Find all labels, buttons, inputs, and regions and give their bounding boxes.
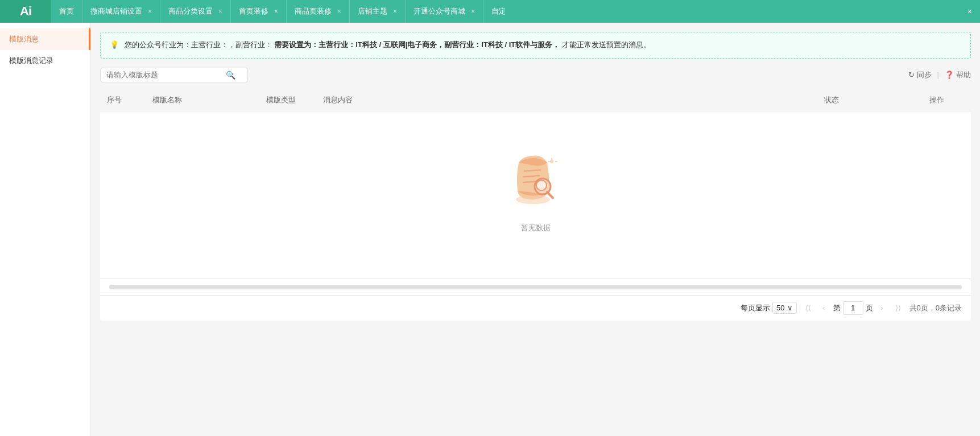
dropdown-arrow: ∨ [787, 304, 793, 312]
empty-illustration [502, 146, 570, 214]
top-nav: Ai 首页微商城店铺设置×商品分类设置×首页装修×商品页装修×店铺主题×开通公众… [0, 0, 980, 23]
nav-tab-3[interactable]: 首页装修× [231, 0, 287, 23]
nav-tab-label-4: 商品页装修 [295, 6, 332, 16]
bulb-icon: 💡 [110, 40, 119, 49]
search-input[interactable] [106, 70, 226, 79]
sync-button[interactable]: ↻ 同步 [908, 70, 932, 80]
logo: Ai [0, 0, 51, 23]
nav-tab-7[interactable]: 自定义菜单× [483, 0, 505, 23]
page-unit: 页 [866, 303, 873, 313]
svg-line-6 [547, 192, 553, 198]
page-size-select: 每页显示 50 ∨ [741, 302, 796, 314]
nav-tab-6[interactable]: 开通公众号商城× [406, 0, 483, 23]
nav-tab-label-7: 自定义菜单 [491, 6, 505, 16]
page-size-label: 每页显示 [741, 303, 770, 313]
pagination: 每页显示 50 ∨ ⟨⟨ ‹ 第 页 › ⟩⟩ [100, 295, 971, 321]
search-actions: ↻ 同步 | ❓ 帮助 [908, 70, 971, 80]
nav-tab-label-1: 微商城店铺设置 [90, 6, 142, 16]
page-nav: ⟨⟨ ‹ 第 页 › ⟩⟩ [801, 301, 905, 315]
nav-tab-label-0: 首页 [59, 6, 74, 16]
empty-state: 暂无数据 [100, 111, 971, 279]
nav-tab-close-3[interactable]: × [274, 7, 278, 15]
sidebar-item-0[interactable]: 模版消息 [0, 28, 90, 50]
first-page-button[interactable]: ⟨⟨ [801, 301, 815, 315]
fake-scrollbar[interactable] [109, 285, 962, 289]
nav-tab-1[interactable]: 微商城店铺设置× [82, 0, 160, 23]
scrollbar-row[interactable] [100, 279, 971, 295]
page-label: 第 [833, 303, 841, 313]
col-header-seq: 序号 [100, 89, 146, 111]
help-icon: ❓ [945, 70, 954, 79]
content-area: 💡 您的公众号行业为：主营行业：，副营行业： 需要设置为：主营行业：IT科技 /… [91, 23, 980, 436]
nav-tab-close-5[interactable]: × [393, 7, 397, 15]
divider: | [937, 70, 939, 79]
col-header-status: 状态 [817, 89, 903, 111]
col-header-name: 模版名称 [146, 89, 259, 111]
nav-tab-close-4[interactable]: × [337, 7, 341, 15]
nav-tab-label-3: 首页装修 [239, 6, 268, 16]
nav-tab-label-5: 店铺主题 [358, 6, 387, 16]
col-header-action: 操作 [903, 89, 971, 111]
sidebar-item-1[interactable]: 模版消息记录 [0, 50, 90, 72]
data-table: 序号 模版名称 模版类型 消息内容 状态 操作 [100, 89, 971, 321]
empty-text: 暂无数据 [521, 223, 551, 233]
sidebar: 模版消息模版消息记录 [0, 23, 91, 436]
search-input-wrap[interactable]: 🔍 [100, 68, 248, 82]
notice-banner: 💡 您的公众号行业为：主营行业：，副营行业： 需要设置为：主营行业：IT科技 /… [100, 32, 971, 59]
nav-tab-label-2: 商品分类设置 [168, 6, 213, 16]
page-size-value: 50 [776, 304, 784, 312]
page-size-dropdown[interactable]: 50 ∨ [772, 302, 796, 314]
sync-icon: ↻ [908, 70, 915, 79]
table-header: 序号 模版名称 模版类型 消息内容 状态 操作 [100, 89, 971, 111]
page-number-input[interactable] [843, 301, 863, 315]
nav-tab-close-2[interactable]: × [218, 7, 222, 15]
nav-tab-close-6[interactable]: × [471, 7, 475, 15]
col-header-type: 模版类型 [259, 89, 316, 111]
help-button[interactable]: ❓ 帮助 [945, 70, 971, 80]
nav-tab-0[interactable]: 首页 [51, 0, 82, 23]
close-all-button[interactable]: × [960, 7, 980, 16]
nav-tab-5[interactable]: 店铺主题× [350, 0, 406, 23]
search-bar: 🔍 ↻ 同步 | ❓ 帮助 [100, 68, 971, 82]
col-header-content: 消息内容 [316, 89, 817, 111]
next-page-button[interactable]: › [875, 301, 889, 315]
page-input[interactable] [843, 301, 863, 315]
search-icon[interactable]: 🔍 [226, 70, 235, 80]
last-page-button[interactable]: ⟩⟩ [891, 301, 905, 315]
nav-tab-2[interactable]: 商品分类设置× [160, 0, 231, 23]
nav-tab-close-1[interactable]: × [148, 7, 152, 15]
prev-page-button[interactable]: ‹ [817, 301, 831, 315]
nav-tab-4[interactable]: 商品页装修× [287, 0, 350, 23]
total-info: 共0页，0条记录 [909, 303, 962, 313]
svg-point-5 [536, 180, 547, 190]
nav-tab-label-6: 开通公众号商城 [413, 6, 465, 16]
main-layout: 模版消息模版消息记录 💡 您的公众号行业为：主营行业：，副营行业： 需要设置为：… [0, 23, 980, 436]
